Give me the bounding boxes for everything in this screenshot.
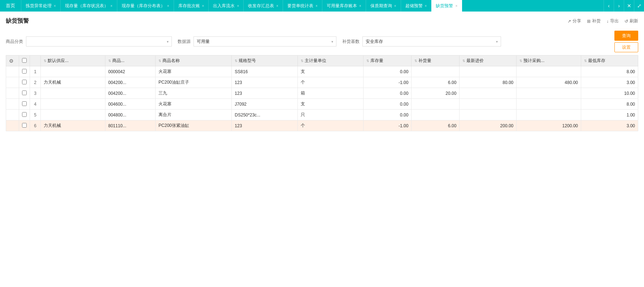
refresh-action[interactable]: ↺ 刷新	[625, 18, 638, 24]
datasource-label: 数据源	[178, 39, 191, 45]
row-latest-price	[460, 99, 517, 110]
row-settings-cell	[6, 99, 19, 110]
row-restock: 6.00	[412, 120, 460, 131]
tab-shortage[interactable]: 缺货预警 ×	[431, 0, 462, 12]
sort-sku-icon[interactable]: ⇅	[108, 59, 111, 63]
query-button[interactable]: 查询	[614, 31, 638, 41]
row-est-purchase: 1200.00	[517, 120, 581, 131]
close-inventory-status-tab[interactable]: ×	[110, 4, 113, 8]
row-stock: -1.00	[364, 120, 412, 131]
spec-header-label: 规格型号	[239, 58, 256, 64]
row-checkbox[interactable]	[22, 101, 27, 106]
datasource-filter-group: 数据源 可用量 ▾	[178, 36, 336, 47]
datasource-value: 可用量	[197, 39, 210, 45]
row-checkbox[interactable]	[22, 69, 27, 74]
close-overstock-tab[interactable]: ×	[425, 4, 427, 8]
row-unit: 只	[297, 110, 364, 120]
tab-home[interactable]: 首页	[0, 0, 21, 12]
row-stock: 0.00	[364, 99, 412, 110]
table-row: 2 力天机械 004200... PC200油缸庄子 123 个 -1.00 6…	[6, 77, 638, 88]
stock-header-label: 库存量	[370, 58, 383, 64]
col-restock-header: ⇅ 补货量	[412, 56, 460, 66]
tab-available-ledger[interactable]: 可用量库存账本 ×	[322, 0, 366, 12]
row-checkbox[interactable]	[22, 80, 27, 84]
close-inventory-dist-tab[interactable]: ×	[167, 4, 169, 8]
sort-latest-price-icon[interactable]: ⇅	[462, 59, 465, 63]
sort-restock-icon[interactable]: ⇅	[414, 59, 417, 63]
settings-button[interactable]: 设置	[614, 42, 638, 52]
close-current-tab-btn[interactable]: ✕	[624, 0, 634, 12]
col-spec-header: ⇅ 规格型号	[232, 56, 297, 66]
tab-expiry-query[interactable]: 保质期查询 ×	[366, 0, 401, 12]
row-spec: 123	[232, 88, 297, 99]
sku-header-label: 商品...	[112, 58, 125, 64]
row-latest-price	[460, 88, 517, 99]
row-checkbox[interactable]	[22, 90, 27, 95]
col-name-header: ⇅ 商品名称	[156, 56, 232, 66]
close-batch-account-tab[interactable]: ×	[202, 4, 204, 8]
row-restock	[412, 110, 460, 120]
sort-min-stock-icon[interactable]: ⇅	[584, 59, 587, 63]
close-inout-flow-tab[interactable]: ×	[237, 4, 239, 8]
col-settings: ⚙	[6, 56, 19, 66]
restock-basis-label: 补货基数	[342, 39, 360, 45]
select-all-checkbox[interactable]	[22, 58, 27, 63]
sort-stock-icon[interactable]: ⇅	[366, 59, 369, 63]
sort-unit-icon[interactable]: ⇅	[301, 59, 304, 63]
row-supplier	[41, 88, 105, 99]
close-shortage-tab[interactable]: ×	[455, 4, 457, 8]
restock-basis-value: 安全库存	[366, 39, 383, 45]
restock-action[interactable]: ⊞ 补货	[587, 18, 601, 24]
tab-exception[interactable]: 拣货异常处理 ×	[21, 0, 61, 12]
column-settings-icon[interactable]: ⚙	[9, 58, 14, 64]
row-stock: 0.00	[364, 66, 412, 77]
category-select[interactable]: ▾	[26, 36, 172, 47]
col-supplier-header: ⇅ 默认供应...	[41, 56, 105, 66]
row-unit: 个	[297, 77, 364, 88]
datasource-select[interactable]: 可用量 ▾	[193, 36, 336, 47]
nav-next-btn[interactable]: ›	[614, 0, 624, 12]
fullscreen-btn[interactable]: ⤢	[634, 0, 644, 12]
tab-inout-flow[interactable]: 出入库流水 ×	[209, 0, 244, 12]
nav-prev-btn[interactable]: ‹	[604, 0, 614, 12]
share-action[interactable]: ↗ 分享	[567, 18, 581, 24]
row-checkbox[interactable]	[22, 123, 27, 128]
row-est-purchase	[517, 99, 581, 110]
table-row: 3 004200... 三九 123 箱 0.00 20.00 10.00	[6, 88, 638, 99]
tab-inventory-dist[interactable]: 现存量（库存分布表） ×	[117, 0, 174, 12]
sort-name-icon[interactable]: ⇅	[158, 59, 161, 63]
supplier-header-label: 默认供应...	[48, 58, 69, 64]
tab-receive-summary[interactable]: 收发存汇总表 ×	[244, 0, 283, 12]
tab-demand-stats[interactable]: 要货单统计表 ×	[283, 0, 322, 12]
tab-inventory-status[interactable]: 现存量（库存状况表） ×	[61, 0, 117, 12]
row-unit: 箱	[297, 88, 364, 99]
tab-batch-account[interactable]: 库存批次账 ×	[174, 0, 209, 12]
share-icon: ↗	[567, 19, 571, 24]
row-supplier: 力天机械	[41, 120, 105, 131]
filter-row: 商品分类 ▾ 数据源 可用量 ▾ 补货基数 安全库存 ▾ 查询 设置	[6, 31, 638, 52]
row-sku: 004600...	[105, 99, 155, 110]
row-supplier: 力天机械	[41, 77, 105, 88]
restock-basis-select[interactable]: 安全库存 ▾	[362, 36, 501, 47]
nav-tabs: 首页 拣货异常处理 × 现存量（库存状况表） × 现存量（库存分布表） × 库存…	[0, 0, 644, 12]
close-demand-stats-tab[interactable]: ×	[316, 4, 318, 8]
sort-spec-icon[interactable]: ⇅	[235, 59, 238, 63]
row-unit: 个	[297, 120, 364, 131]
row-checkbox-cell	[19, 120, 30, 131]
col-num-header	[30, 56, 41, 66]
row-checkbox[interactable]	[22, 112, 27, 117]
col-unit-header: ⇅ 主计量单位	[297, 56, 364, 66]
sort-supplier-icon[interactable]: ⇅	[44, 59, 47, 63]
close-available-ledger-tab[interactable]: ×	[359, 4, 361, 8]
row-checkbox-cell	[19, 110, 30, 120]
sort-est-purchase-icon[interactable]: ⇅	[519, 59, 522, 63]
export-action[interactable]: ↓ 导出	[606, 18, 619, 24]
close-expiry-query-tab[interactable]: ×	[394, 4, 396, 8]
row-restock: 6.00	[412, 77, 460, 88]
close-receive-summary-tab[interactable]: ×	[276, 4, 278, 8]
tab-overstock[interactable]: 超储预警 ×	[401, 0, 432, 12]
close-exception-tab[interactable]: ×	[54, 4, 56, 8]
row-checkbox-cell	[19, 66, 30, 77]
row-name: 火花塞	[156, 99, 232, 110]
col-sku-header: ⇅ 商品...	[105, 56, 155, 66]
